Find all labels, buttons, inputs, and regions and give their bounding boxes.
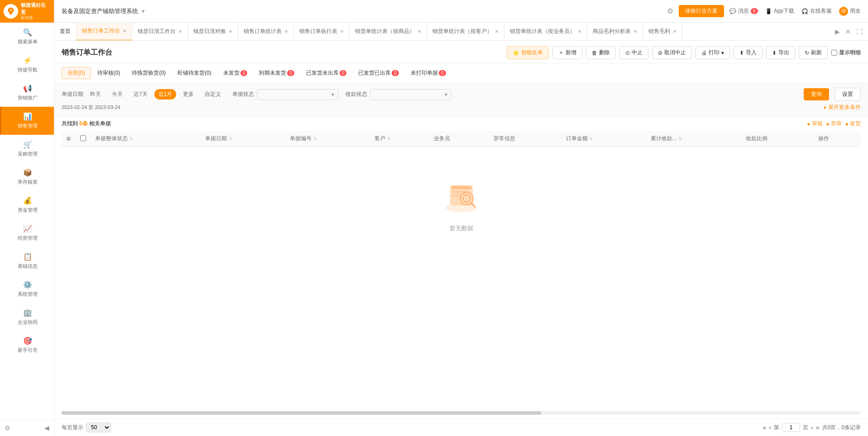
date-sort-icon[interactable]: ⇅ xyxy=(229,136,232,141)
sidebar-item-basic-info[interactable]: 📋 基础信息 xyxy=(0,247,54,275)
refresh-button[interactable]: ↻ 刷新 xyxy=(799,46,828,59)
collected-sort-icon[interactable]: ⇅ xyxy=(678,136,682,141)
sidebar-item-marketing[interactable]: 📢 营销推广 xyxy=(0,79,54,107)
tab-close-cash-daily[interactable]: ✕ xyxy=(178,29,182,34)
tab-sales-order-desk[interactable]: 销售订单工作台 ✕ xyxy=(77,23,132,41)
sidebar-item-system[interactable]: ⚙️ 系统管理 xyxy=(0,275,54,303)
next-page-button[interactable]: › xyxy=(811,424,813,431)
sidebar-item-quick-nav[interactable]: ⚡ 快捷导航 xyxy=(0,51,54,79)
subtab-overdue-not-shipped[interactable]: 到期未发货0 xyxy=(254,67,300,79)
smart-create-button[interactable]: ⭐ 智能生单 xyxy=(507,46,549,59)
svg-point-5 xyxy=(460,192,473,205)
collapse-icon[interactable]: ◀ xyxy=(44,424,49,431)
subtab-not-printed[interactable]: 未打印单据0 xyxy=(405,67,451,79)
sidebar-item-sales[interactable]: 📊 销售管理 xyxy=(0,107,54,135)
tab-home[interactable]: 首页 xyxy=(54,23,77,41)
tab-close-sales-order-stat[interactable]: ✕ xyxy=(284,29,288,34)
tab-close-sales-stat-staff[interactable]: ✕ xyxy=(578,29,581,34)
print-button[interactable]: 🖨 打印 ▾ xyxy=(695,46,730,59)
prev-page-button[interactable]: ‹ xyxy=(769,424,772,431)
tab-close-sales-order-exec[interactable]: ✕ xyxy=(340,29,344,34)
tab-close-sales-stat-customer[interactable]: ✕ xyxy=(495,29,499,34)
number-sort-icon[interactable]: ⇅ xyxy=(313,136,317,141)
tab-product-margin[interactable]: 商品毛利分析表 ✕ xyxy=(587,23,643,41)
col-collected: 累计收款... ⇅ xyxy=(646,131,742,147)
date-btn-custom[interactable]: 自定义 xyxy=(201,89,225,100)
last-page-button[interactable]: » xyxy=(816,424,820,431)
show-detail-checkbox[interactable] xyxy=(831,50,837,56)
tab-close-sales-order-desk[interactable]: ✕ xyxy=(123,28,126,33)
settings-bottom-icon[interactable]: ⚙ xyxy=(5,424,10,431)
tab-cash-reconcile[interactable]: 钱货日清对账 ✕ xyxy=(188,23,238,41)
tab-cash-daily[interactable]: 钱货日清工作台 ✕ xyxy=(132,23,188,41)
tab-sales-order-stat[interactable]: 销售订单统计表 ✕ xyxy=(238,23,294,41)
add-button[interactable]: ＋ 新增 xyxy=(552,46,582,59)
sidebar-item-inventory[interactable]: 📦 库存核算 xyxy=(0,163,54,191)
per-page-select[interactable]: 10 20 50 100 xyxy=(86,422,111,432)
tab-close-product-margin[interactable]: ✕ xyxy=(633,29,637,34)
gear-icon[interactable]: ⚙ xyxy=(667,7,673,15)
sidebar-item-finance[interactable]: 💰 资金管理 xyxy=(0,191,54,219)
col-date: 单据日期 ⇅ xyxy=(201,131,285,147)
subtab-pending-review[interactable]: 待审核(0) xyxy=(92,67,126,79)
filter-date-options: 昨天 今天 近7天 近1月 更多 自定义 xyxy=(86,89,225,100)
sidebar-item-purchase[interactable]: 🛒 采购管理 xyxy=(0,135,54,163)
tab-fullscreen-icon[interactable]: ⛶ xyxy=(854,26,864,37)
column-settings-icon[interactable]: ⚙ xyxy=(66,136,71,142)
message-action[interactable]: 💬 消息 6 xyxy=(729,7,758,15)
date-btn-more[interactable]: 更多 xyxy=(179,89,198,100)
horizontal-scrollbar[interactable] xyxy=(54,408,868,418)
filter-setting-button[interactable]: 设置 xyxy=(834,88,861,101)
tab-sales-stat-product[interactable]: 销货单统计表（按商品） ✕ xyxy=(350,23,427,41)
tab-close-sales-profit[interactable]: ✕ xyxy=(673,29,676,34)
unapprove-button[interactable]: ● 弃审 xyxy=(826,120,842,128)
online-service-action[interactable]: 🎧 在线客服 xyxy=(801,7,832,15)
subtab-pending-inspection[interactable]: 待拣货验货(0) xyxy=(126,67,171,79)
sidebar-item-search[interactable]: 🔍 搜索菜单 xyxy=(0,23,54,51)
first-page-button[interactable]: « xyxy=(763,424,767,431)
tab-close-sales-stat-product[interactable]: ✕ xyxy=(417,29,421,34)
scrollbar-thumb[interactable] xyxy=(62,411,541,415)
date-btn-today[interactable]: 今天 xyxy=(108,89,127,100)
date-btn-7days[interactable]: 近7天 xyxy=(129,89,152,100)
pause-button[interactable]: ⊙ 中止 xyxy=(619,46,648,59)
import-button[interactable]: ⬆ 导入 xyxy=(734,46,762,59)
sidebar-item-guide[interactable]: 🎯 新手引导 xyxy=(0,331,54,359)
query-button[interactable]: 查询 xyxy=(804,88,829,100)
subtab-wangpu-pending[interactable]: 旺铺待发货(0) xyxy=(172,67,217,79)
delete-button[interactable]: 🗑 删除 xyxy=(586,46,616,59)
customer-sort-icon[interactable]: ⇅ xyxy=(387,136,391,141)
tab-scroll-more-icon[interactable]: ▶ xyxy=(833,26,842,37)
subtab-shipped-out[interactable]: 已发货已出库0 xyxy=(353,67,404,79)
date-btn-yesterday[interactable]: 昨天 xyxy=(86,89,105,100)
cancel-pause-button[interactable]: ⊘ 取消中止 xyxy=(652,46,692,59)
solution-button[interactable]: 体验行业方案 xyxy=(679,5,724,17)
subtab-not-shipped[interactable]: 未发货0 xyxy=(218,67,253,79)
filter-status-select[interactable]: ▾ xyxy=(257,89,338,100)
tab-sales-order-exec[interactable]: 销售订单执行表 ✕ xyxy=(294,23,350,41)
tab-sales-stat-staff[interactable]: 销货单统计表（按业务员） ✕ xyxy=(504,23,587,41)
user-action[interactable]: 用 用友 xyxy=(839,7,861,16)
subtab-shipped-not-out[interactable]: 已发货未出库0 xyxy=(301,67,352,79)
sidebar-item-enterprise[interactable]: 🏢 企业协同 xyxy=(0,303,54,331)
amount-sort-icon[interactable]: ⇅ xyxy=(589,136,593,141)
app-download-action[interactable]: 📱 App下载 xyxy=(765,7,794,15)
page-title: 销售订单工作台 xyxy=(62,48,112,57)
tab-sales-profit[interactable]: 销售毛利 ✕ xyxy=(643,23,682,41)
sidebar-item-operations[interactable]: 📈 经营管理 xyxy=(0,219,54,247)
export-button[interactable]: ⬇ 导出 xyxy=(766,46,795,59)
dropdown-arrow-icon[interactable]: ▾ xyxy=(142,8,145,14)
status-sort-icon[interactable]: ⇅ xyxy=(129,136,133,141)
select-all-checkbox[interactable] xyxy=(80,135,86,141)
tab-sales-stat-customer[interactable]: 销货单统计表（按客户） ✕ xyxy=(427,23,504,41)
ship-button[interactable]: ● 发货 xyxy=(845,120,861,128)
filter-payment-select[interactable]: ▾ xyxy=(370,89,451,100)
page-number-input[interactable] xyxy=(782,423,800,432)
tab-close-all-icon[interactable]: ✕ xyxy=(844,26,853,37)
tab-close-cash-reconcile[interactable]: ✕ xyxy=(229,29,232,34)
approve-button[interactable]: ● 审核 xyxy=(807,120,822,128)
show-detail-label[interactable]: 显示明细 xyxy=(831,49,861,57)
expand-filter-button[interactable]: ▾ 展开更多条件 xyxy=(824,104,861,111)
date-btn-1month[interactable]: 近1月 xyxy=(154,89,177,100)
subtab-all[interactable]: 全部(0) xyxy=(62,67,91,79)
